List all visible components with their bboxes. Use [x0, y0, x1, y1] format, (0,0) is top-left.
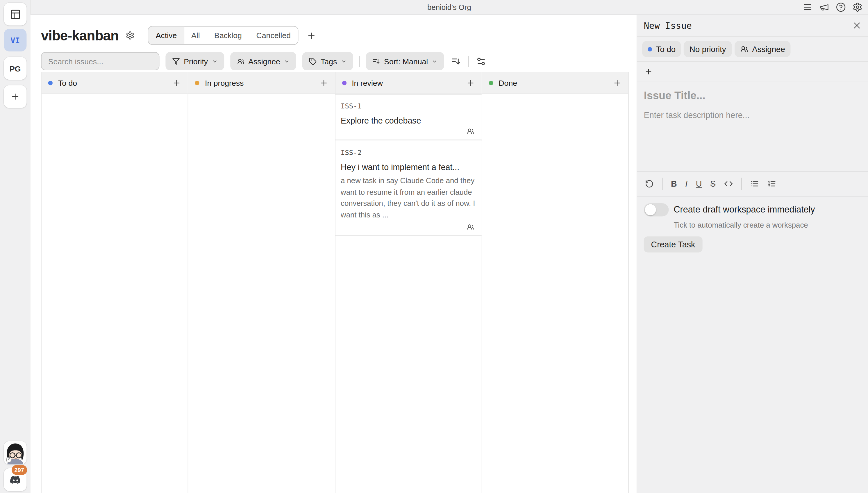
- column-header: In review: [335, 72, 481, 94]
- numbered-list-icon[interactable]: [767, 179, 776, 188]
- column-title: Done: [499, 78, 607, 87]
- issue-card[interactable]: ISS-1Explore the codebase: [335, 94, 481, 140]
- tags-filter-button[interactable]: Tags: [302, 52, 353, 70]
- italic-icon[interactable]: I: [685, 179, 688, 188]
- sort-icon: [372, 57, 380, 65]
- page-title: vibe-kanban: [41, 27, 118, 43]
- create-workspace-toggle[interactable]: [644, 203, 669, 217]
- left-rail: VI PG: [0, 0, 31, 493]
- column-header: To do: [42, 72, 188, 94]
- column-title: To do: [58, 78, 167, 87]
- column-header: In progress: [188, 72, 334, 94]
- status-badge[interactable]: To do: [642, 41, 681, 57]
- column-body: ISS-1Explore the codebaseISS-2Hey i want…: [335, 94, 481, 236]
- bold-icon[interactable]: B: [671, 179, 677, 188]
- workspace-toggle-section: Create draft workspace immediately Tick …: [637, 196, 868, 252]
- workspace-item-vi[interactable]: VI: [4, 29, 26, 51]
- tab-backlog[interactable]: Backlog: [207, 26, 249, 44]
- underline-icon[interactable]: U: [696, 179, 702, 188]
- discord-button[interactable]: 297: [4, 468, 26, 491]
- card-footer: [341, 127, 476, 135]
- toggle-row: Create draft workspace immediately: [644, 203, 861, 217]
- priority-badge[interactable]: No priority: [684, 41, 732, 57]
- add-card-button[interactable]: [466, 78, 475, 87]
- status-badge-label: To do: [656, 44, 676, 53]
- add-card-button[interactable]: [319, 78, 328, 87]
- formatting-toolbar: B I U S: [637, 172, 868, 196]
- assignee-filter-button[interactable]: Assignee: [230, 52, 296, 70]
- menu-icon[interactable]: [803, 2, 812, 12]
- tab-cancelled[interactable]: Cancelled: [249, 26, 298, 44]
- divider: [662, 178, 663, 190]
- issue-title: Hey i want to implement a feat...: [341, 162, 476, 172]
- help-icon[interactable]: [836, 2, 846, 12]
- view-tabs: Active All Backlog Cancelled: [148, 26, 299, 45]
- priority-filter-label: Priority: [184, 57, 208, 65]
- workspace-item-pg[interactable]: PG: [4, 57, 26, 80]
- boards-home-button[interactable]: [4, 3, 26, 26]
- sort-order-icon[interactable]: [451, 56, 461, 66]
- user-avatar[interactable]: [4, 441, 26, 465]
- issue-editor: Issue Title... Enter task description he…: [637, 81, 868, 171]
- strikethrough-icon[interactable]: S: [710, 179, 716, 188]
- tags-filter-label: Tags: [321, 57, 337, 65]
- settings-gear-icon[interactable]: [852, 2, 863, 12]
- issue-description: a new task in say Claude Code and they w…: [341, 176, 476, 221]
- tab-active[interactable]: Active: [149, 26, 184, 44]
- issue-card[interactable]: ISS-2Hey i want to implement a feat...a …: [335, 141, 481, 236]
- issue-id: ISS-1: [341, 102, 476, 110]
- display-settings-icon[interactable]: [476, 56, 486, 66]
- priority-filter-button[interactable]: Priority: [166, 52, 224, 70]
- toggle-knob: [645, 205, 656, 215]
- page-header: vibe-kanban Active All Backlog Cancelled: [41, 26, 316, 45]
- megaphone-icon[interactable]: [819, 2, 829, 12]
- add-card-button[interactable]: [613, 78, 622, 87]
- assignees-icon[interactable]: [466, 127, 474, 135]
- add-workspace-button[interactable]: [4, 85, 26, 108]
- undo-icon[interactable]: [645, 179, 654, 188]
- issue-properties: To do No priority Assignee: [637, 37, 868, 62]
- board-settings-icon[interactable]: [126, 31, 135, 40]
- app-root: benioid's Org VI PG: [0, 0, 868, 493]
- issue-title-input[interactable]: Issue Title...: [644, 81, 861, 102]
- chevron-down-icon: [432, 59, 437, 64]
- assignee-badge[interactable]: Assignee: [734, 41, 791, 57]
- workspace-initials: PG: [9, 64, 21, 73]
- divider: [359, 56, 360, 67]
- chevron-down-icon: [341, 59, 347, 64]
- assignees-icon[interactable]: [466, 223, 474, 231]
- discord-icon: [9, 473, 21, 486]
- toggle-hint: Tick to automatically create a workspace: [674, 221, 862, 229]
- panel-title: New Issue: [644, 20, 692, 31]
- avatar-image: [4, 441, 26, 465]
- search-input[interactable]: [41, 52, 159, 70]
- users-icon: [740, 45, 748, 53]
- org-title: benioid's Org: [30, 3, 868, 11]
- kanban-column-to-do: To do: [42, 72, 188, 493]
- add-property-button[interactable]: [645, 67, 653, 76]
- tab-all[interactable]: All: [184, 26, 207, 44]
- status-dot: [195, 81, 199, 85]
- add-view-button[interactable]: [307, 31, 316, 40]
- assignee-filter-label: Assignee: [248, 57, 280, 65]
- panels-layout-icon: [9, 9, 21, 20]
- notification-badge: 297: [12, 465, 27, 475]
- divider: [741, 178, 742, 190]
- divider: [468, 56, 469, 67]
- board-page: vibe-kanban Active All Backlog Cancelled…: [30, 15, 636, 493]
- kanban-board: To doIn progressIn reviewISS-1Explore th…: [41, 72, 629, 493]
- users-icon: [237, 57, 244, 65]
- top-bar: benioid's Org: [30, 0, 868, 15]
- funnel-icon: [172, 57, 180, 65]
- bullet-list-icon[interactable]: [750, 179, 759, 188]
- add-property-row: [637, 62, 868, 81]
- status-dot: [489, 81, 493, 85]
- create-task-button[interactable]: Create Task: [644, 236, 702, 252]
- panel-header: New Issue: [637, 15, 868, 36]
- issue-description-input[interactable]: Enter task description here...: [644, 110, 861, 120]
- code-icon[interactable]: [724, 179, 733, 188]
- sort-button[interactable]: Sort: Manual: [366, 52, 444, 70]
- add-card-button[interactable]: [172, 78, 181, 87]
- kanban-column-in-review: In reviewISS-1Explore the codebaseISS-2H…: [335, 72, 482, 493]
- close-icon[interactable]: [852, 21, 861, 30]
